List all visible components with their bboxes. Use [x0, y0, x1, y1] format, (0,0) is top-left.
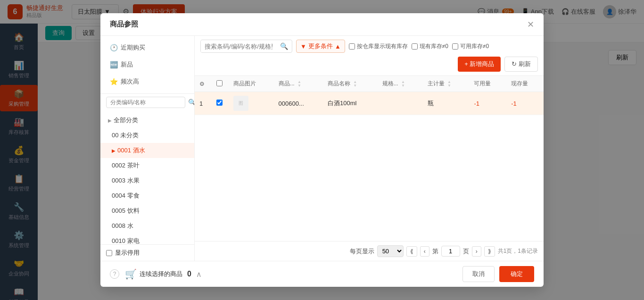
tree-item-uncategorized[interactable]: 00 未分类	[100, 128, 194, 143]
toolbar: 🔍 ▼ 更多条件 ▲ 按仓库显示现有库存 现有库存≠0	[195, 36, 544, 76]
table-row[interactable]: 1 图 000600... 白酒100ml 瓶	[195, 92, 544, 115]
cart-label: 连续选择的商品	[140, 270, 182, 278]
tree-label-all: 全部分类	[114, 116, 138, 125]
filter-label: 更多条件	[308, 42, 333, 50]
tree-item-all[interactable]: ▶ 全部分类	[100, 113, 194, 128]
product-search-input[interactable]	[201, 41, 276, 52]
help-icon[interactable]: ?	[110, 269, 119, 279]
product-table-wrap: ⚙ 商品图片 商品... ▲▼ 商品名称	[195, 76, 544, 241]
footer-buttons: 取消 确定	[462, 266, 534, 282]
available-checkbox-text: 现有库存≠0	[420, 42, 448, 50]
star-icon: ⭐	[110, 78, 118, 85]
usable-checkbox-label[interactable]: 可用库存≠0	[452, 42, 489, 50]
cell-stock: -1	[506, 92, 544, 115]
usable-checkbox[interactable]	[452, 43, 458, 50]
th-image: 商品图片	[229, 76, 274, 92]
collapse-icon[interactable]: ∧	[196, 270, 202, 279]
page-input[interactable]	[441, 246, 460, 257]
confirm-button[interactable]: 确定	[499, 266, 534, 282]
prev-page-button[interactable]: ‹	[420, 246, 429, 257]
cart-area: 🛒 连续选择的商品 0 ∧	[125, 268, 202, 280]
available-checkbox-label[interactable]: 现有库存≠0	[412, 42, 448, 50]
new-icon: 🆕	[110, 61, 118, 68]
quick-item-new[interactable]: 🆕 新品	[106, 58, 189, 72]
tree-label-uncategorized: 00 未分类	[112, 131, 139, 140]
tree-label-fruit: 0003 水果	[112, 176, 140, 185]
warehouse-checkbox-label[interactable]: 按仓库显示现有库存	[349, 42, 408, 50]
product-search-button[interactable]: 🔍	[276, 40, 292, 52]
row-checkbox[interactable]	[216, 100, 223, 106]
th-code[interactable]: 商品... ▲▼	[274, 76, 323, 92]
modal-overlay: 商品参照 ✕ 🕐 近期购买 🆕 新品 ⭐ 频次高	[0, 0, 644, 300]
tree-label-drinks: 0005 饮料	[112, 207, 140, 215]
tree-item-snacks[interactable]: 0004 零食	[100, 188, 194, 203]
arrow-icon: ▶	[108, 118, 112, 123]
category-search-icon[interactable]: 🔍	[188, 99, 195, 106]
refresh-button[interactable]: ↻ 刷新	[504, 57, 538, 72]
page-text: 第	[432, 247, 438, 256]
th-available: 可用量	[469, 76, 506, 92]
th-spec[interactable]: 规格... ▲▼	[378, 76, 423, 92]
th-checkbox[interactable]	[212, 76, 229, 92]
category-search-input[interactable]	[106, 97, 185, 108]
tree-label-alcohol: 0001 酒水	[117, 146, 145, 155]
cell-name: 白酒100ml	[323, 92, 378, 115]
sort-icon-name: ▲▼	[353, 80, 357, 88]
toolbar-right: + 新增商品 ↻ 刷新	[458, 57, 538, 72]
arrow-icon-alcohol: ▶	[112, 148, 116, 153]
show-disabled-checkbox[interactable]	[106, 250, 112, 256]
add-product-button[interactable]: + 新增商品	[458, 57, 501, 72]
tree-item-alcohol[interactable]: ▶ 0001 酒水	[100, 143, 194, 158]
dialog-footer: ? 🛒 连续选择的商品 0 ∧ 取消 确定	[100, 261, 544, 287]
available-checkbox[interactable]	[412, 43, 418, 50]
cart-icon[interactable]: 🛒	[125, 268, 137, 280]
pagination: 每页显示 50 10 20 100 ⟪ ‹ 第 页 › ⟫ 共1页，1条记录	[195, 241, 544, 261]
usable-checkbox-text: 可用库存≠0	[460, 42, 489, 50]
filter-button[interactable]: ▼ 更多条件 ▲	[296, 40, 345, 53]
left-footer: 显示停用	[100, 244, 194, 261]
cancel-button[interactable]: 取消	[462, 266, 495, 282]
tree-label-tea: 0002 茶叶	[112, 161, 140, 170]
th-settings[interactable]: ⚙	[195, 76, 212, 92]
first-page-button[interactable]: ⟪	[406, 246, 417, 257]
page-info: 共1页，1条记录	[498, 247, 538, 255]
filter-arrow-icon: ▲	[335, 43, 341, 50]
cell-seq: 1	[195, 92, 212, 115]
dialog-close-button[interactable]: ✕	[527, 20, 534, 29]
cell-checkbox[interactable]	[212, 92, 229, 115]
tree-item-drinks[interactable]: 0005 饮料	[100, 203, 194, 218]
dialog-title: 商品参照	[110, 20, 138, 29]
quick-item-recent[interactable]: 🕐 近期购买	[106, 41, 189, 55]
page-size-label: 每页显示	[350, 247, 374, 256]
product-table: ⚙ 商品图片 商品... ▲▼ 商品名称	[195, 76, 544, 115]
cell-available: -1	[469, 92, 506, 115]
quick-label-frequent: 频次高	[121, 77, 139, 86]
page-text2: 页	[463, 247, 469, 256]
tree-label-snacks: 0004 零食	[112, 192, 140, 200]
th-stock: 现存量	[506, 76, 544, 92]
left-panel: 🕐 近期购买 🆕 新品 ⭐ 频次高 🔍	[100, 36, 195, 261]
th-unit[interactable]: 主计量 ▲▼	[423, 76, 470, 92]
sort-icon-unit: ▲▼	[447, 80, 451, 88]
next-page-button[interactable]: ›	[472, 246, 481, 257]
warehouse-checkbox[interactable]	[349, 43, 355, 50]
quick-item-frequent[interactable]: ⭐ 频次高	[106, 75, 189, 89]
tree-item-appliances[interactable]: 0010 家电	[100, 233, 194, 244]
right-panel: 🔍 ▼ 更多条件 ▲ 按仓库显示现有库存 现有库存≠0	[195, 36, 544, 261]
warehouse-checkbox-text: 按仓库显示现有库存	[357, 42, 408, 50]
last-page-button[interactable]: ⟫	[484, 246, 495, 257]
tree-item-water[interactable]: 0008 水	[100, 218, 194, 233]
product-image: 图	[233, 96, 248, 111]
category-search-row: 🔍	[100, 93, 194, 111]
dialog-header: 商品参照 ✕	[100, 13, 544, 36]
tree-item-fruit[interactable]: 0003 水果	[100, 173, 194, 188]
th-name[interactable]: 商品名称 ▲▼	[323, 76, 378, 92]
tree-item-tea[interactable]: 0002 茶叶	[100, 158, 194, 173]
dialog-body: 🕐 近期购买 🆕 新品 ⭐ 频次高 🔍	[100, 36, 544, 261]
sort-icon-spec: ▲▼	[401, 80, 405, 88]
table-header-row: ⚙ 商品图片 商品... ▲▼ 商品名称	[195, 76, 544, 92]
filter-icon: ▼	[300, 43, 306, 50]
select-all-checkbox[interactable]	[216, 80, 223, 86]
page-size-select[interactable]: 50 10 20 100	[377, 245, 404, 257]
clock-icon: 🕐	[110, 44, 118, 51]
